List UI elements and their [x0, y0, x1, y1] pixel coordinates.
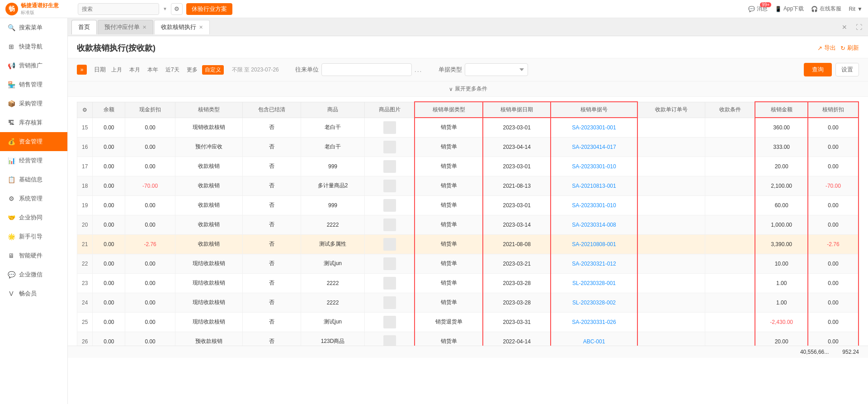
export-btn[interactable]: ↗ 导出	[817, 44, 836, 52]
tab-close-prepay[interactable]: ✕	[142, 24, 146, 30]
tab-prepay[interactable]: 预付冲应付单 ✕	[98, 20, 153, 34]
search-input[interactable]	[78, 3, 159, 15]
sidebar-item-purchase[interactable]: 📦 采购管理	[0, 94, 67, 113]
date-btn-more[interactable]: 更多	[184, 65, 200, 75]
row-id: 20	[77, 215, 93, 234]
row-verify-no[interactable]: SA-20230314-008	[551, 215, 637, 234]
row-verify-no[interactable]: SA-20230301-010	[551, 157, 637, 176]
sidebar-item-finance[interactable]: 💰 资金管理	[0, 132, 67, 151]
row-cash-discount: 0.00	[125, 157, 175, 176]
filter-actions: 查询 设置	[804, 63, 859, 76]
date-custom-btn[interactable]: 自定义	[202, 65, 224, 75]
row-verify-doc-type: 销货单	[415, 215, 482, 234]
sidebar-item-search[interactable]: 🔍 搜索菜单	[0, 18, 67, 37]
col-goods-img: 商品图片	[364, 102, 415, 118]
partner-input[interactable]	[321, 63, 412, 76]
sidebar-item-vip[interactable]: V 畅会员	[0, 284, 67, 303]
row-verify-type: 收款核销	[175, 234, 242, 254]
row-receipt-cond	[705, 157, 755, 176]
table-row: 22 0.00 0.00 现结收款核销 否 测试jun 销货单 2023-03-…	[77, 254, 859, 273]
col-settings[interactable]: ⚙	[77, 102, 93, 118]
refresh-btn[interactable]: ↻ 刷新	[840, 44, 859, 52]
sidebar-item-wechat[interactable]: 💬 企业微信	[0, 265, 67, 284]
row-balance: 0.00	[93, 312, 125, 332]
row-cash-discount: 0.00	[125, 118, 175, 137]
row-goods: 测试jun	[301, 254, 364, 273]
sidebar-item-sales[interactable]: 🏪 销售管理	[0, 75, 67, 94]
row-included: 否	[242, 195, 301, 215]
col-goods: 商品	[301, 102, 364, 118]
row-receipt-cond	[705, 254, 755, 273]
settings-icon: ⚙	[7, 195, 15, 203]
tab-close-all-btn[interactable]: ✕	[839, 22, 850, 33]
row-verify-no[interactable]: SA-20210808-001	[551, 234, 637, 254]
row-goods-img	[364, 273, 415, 293]
warehouse-icon: 🏗	[7, 119, 15, 127]
row-verify-no[interactable]: SA-20210813-001	[551, 176, 637, 195]
sidebar-item-basic[interactable]: 📋 基础信息	[0, 170, 67, 189]
sidebar-item-newbie[interactable]: 🌟 新手引导	[0, 227, 67, 246]
tab-expand-btn[interactable]: ⛶	[854, 22, 864, 33]
settings-gear-btn[interactable]: ⚙	[171, 3, 183, 15]
row-verify-no[interactable]: SL-20230328-001	[551, 273, 637, 293]
row-goods: 999	[301, 157, 364, 176]
industry-btn[interactable]: 休验行业方案	[186, 3, 232, 15]
row-goods: 999	[301, 195, 364, 215]
row-verify-type: 现销收款核销	[175, 118, 242, 137]
sidebar-item-enterprise[interactable]: 🤝 企业协同	[0, 208, 67, 227]
row-verify-no[interactable]: SA-20230321-012	[551, 254, 637, 273]
sidebar-item-operation[interactable]: 📊 经营管理	[0, 151, 67, 170]
row-verify-amount: 360.00	[755, 118, 807, 137]
row-verify-no[interactable]: SA-20230301-010	[551, 195, 637, 215]
sidebar-item-system[interactable]: ⚙ 系统管理	[0, 189, 67, 208]
sidebar-item-inventory[interactable]: 🏗 库存核算	[0, 113, 67, 132]
date-btn-this-year[interactable]: 本年	[145, 65, 161, 75]
date-btn-last-month[interactable]: 上月	[108, 65, 125, 75]
phone-icon: 📱	[775, 6, 782, 12]
row-verify-discount: 0.00	[808, 332, 859, 346]
row-verify-no[interactable]: SL-20230328-002	[551, 293, 637, 312]
tab-close-verify[interactable]: ✕	[199, 24, 203, 30]
user-menu[interactable]: Rit ▼	[849, 6, 863, 12]
page-content: 收款核销执行(按收款) ↗ 导出 ↻ 刷新 »	[68, 36, 868, 404]
row-verify-no[interactable]: SA-20230331-026	[551, 312, 637, 332]
row-included: 否	[242, 273, 301, 293]
row-verify-no[interactable]: SA-20230414-017	[551, 137, 637, 157]
app-download-btn[interactable]: 📱 App下载	[775, 5, 804, 13]
tab-home[interactable]: 首页	[71, 20, 97, 34]
row-goods-img	[364, 118, 415, 137]
message-btn[interactable]: 💬 消息 99+	[748, 5, 768, 13]
filter-toggle-btn[interactable]: »	[77, 65, 87, 75]
row-verify-no[interactable]: ABC-001	[551, 332, 637, 346]
sidebar-item-marketing[interactable]: 📢 营销推广	[0, 56, 67, 75]
chevron-down-icon: ∨	[449, 86, 453, 92]
expand-filter-btn[interactable]: ∨ 展开更多条件	[444, 83, 492, 95]
sidebar-item-hardware[interactable]: 🖥 智能硬件	[0, 246, 67, 265]
row-verify-date: 2023-03-28	[483, 293, 551, 312]
date-btn-7days[interactable]: 近7天	[163, 65, 182, 75]
col-verify-discount: 核销折扣	[808, 102, 859, 118]
header-actions: ↗ 导出 ↻ 刷新	[817, 44, 859, 52]
row-id: 26	[77, 332, 93, 346]
table-row: 23 0.00 0.00 现结收款核销 否 2222 销货单 2023-03-2…	[77, 273, 859, 293]
date-btn-this-month[interactable]: 本月	[127, 65, 143, 75]
row-verify-doc-type: 销货单	[415, 273, 482, 293]
row-verify-date: 2023-03-01	[483, 118, 551, 137]
tab-verify[interactable]: 收款核销执行 ✕	[154, 20, 210, 34]
row-verify-date: 2021-08-08	[483, 234, 551, 254]
message-icon: 💬	[748, 6, 755, 12]
filter-settings-btn[interactable]: 设置	[835, 63, 859, 76]
row-verify-type: 现结收款核销	[175, 312, 242, 332]
online-service-btn[interactable]: 🎧 在线客服	[811, 5, 841, 13]
sidebar-item-quicknav[interactable]: ⊞ 快捷导航	[0, 37, 67, 56]
row-verify-no[interactable]: SA-20230301-001	[551, 118, 637, 137]
row-verify-discount: 0.00	[808, 118, 859, 137]
doctype-select[interactable]	[465, 63, 528, 76]
row-balance: 0.00	[93, 293, 125, 312]
row-included: 否	[242, 312, 301, 332]
query-btn[interactable]: 查询	[804, 63, 832, 76]
table-row: 26 0.00 0.00 预收款核销 否 123D商品 销货单 2022-04-…	[77, 332, 859, 346]
row-verify-discount: 0.00	[808, 254, 859, 273]
row-goods-img	[364, 234, 415, 254]
row-goods: 123D商品	[301, 332, 364, 346]
